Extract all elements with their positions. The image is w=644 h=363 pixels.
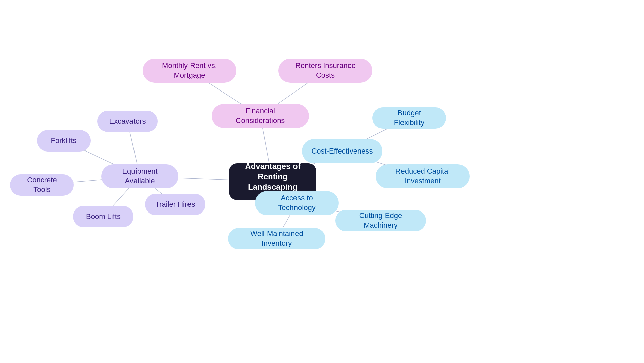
node-budget-flexibility: Budget Flexibility bbox=[372, 107, 446, 129]
node-forklifts: Forklifts bbox=[37, 130, 91, 152]
reduced-capital-label: Reduced Capital Investment bbox=[385, 167, 460, 186]
node-equipment-available: Equipment Available bbox=[101, 164, 178, 188]
access-technology-label: Access to Technology bbox=[264, 193, 329, 213]
excavators-label: Excavators bbox=[109, 117, 146, 126]
node-renters-insurance: Renters Insurance Costs bbox=[278, 59, 372, 83]
node-concrete-tools: Concrete Tools bbox=[10, 174, 74, 196]
cutting-edge-label: Cutting-Edge Machinery bbox=[345, 211, 417, 230]
node-trailer-hires: Trailer Hires bbox=[145, 194, 205, 215]
node-cutting-edge: Cutting-Edge Machinery bbox=[335, 210, 426, 231]
node-monthly-rent: Monthly Rent vs. Mortgage bbox=[143, 59, 236, 83]
node-access-technology: Access to Technology bbox=[255, 191, 339, 215]
renters-insurance-label: Renters Insurance Costs bbox=[288, 61, 363, 80]
equipment-available-label: Equipment Available bbox=[111, 167, 169, 186]
concrete-tools-label: Concrete Tools bbox=[19, 175, 64, 194]
node-boom-lifts: Boom Lifts bbox=[73, 206, 133, 227]
budget-flexibility-label: Budget Flexibility bbox=[382, 108, 437, 127]
financial-considerations-label: Financial Considerations bbox=[221, 106, 300, 125]
node-well-maintained: Well-Maintained Inventory bbox=[228, 228, 325, 249]
monthly-rent-label: Monthly Rent vs. Mortgage bbox=[152, 61, 227, 80]
boom-lifts-label: Boom Lifts bbox=[86, 212, 121, 222]
well-maintained-label: Well-Maintained Inventory bbox=[237, 229, 316, 248]
cost-effectiveness-label: Cost-Effectiveness bbox=[311, 146, 373, 156]
node-financial-considerations: Financial Considerations bbox=[212, 104, 309, 128]
forklifts-label: Forklifts bbox=[51, 136, 77, 146]
node-excavators: Excavators bbox=[97, 111, 158, 132]
node-cost-effectiveness: Cost-Effectiveness bbox=[302, 139, 382, 163]
trailer-hires-label: Trailer Hires bbox=[155, 200, 195, 209]
node-reduced-capital: Reduced Capital Investment bbox=[376, 164, 470, 188]
